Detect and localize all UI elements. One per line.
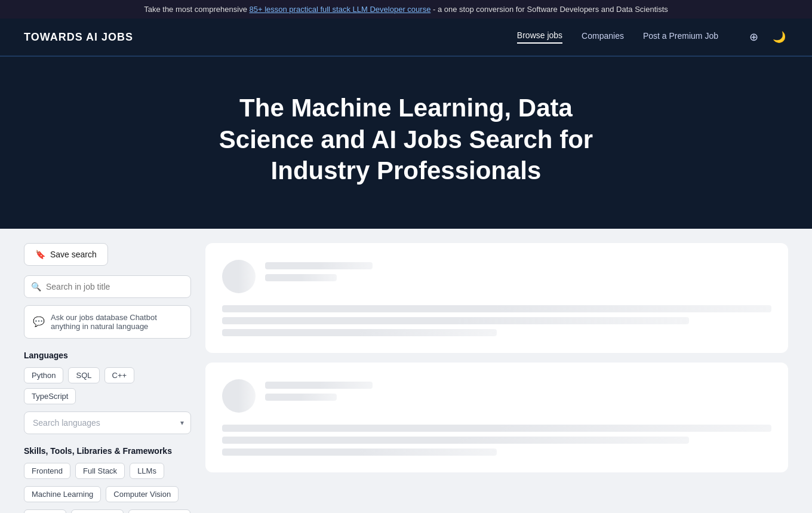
tag-tensorflow[interactable]: Tensorflow (71, 509, 124, 514)
skeleton-body-line-1b (222, 317, 689, 324)
skeleton-subtitle-2 (265, 394, 337, 401)
tag-cpp[interactable]: C++ (104, 367, 135, 383)
jobs-area (205, 243, 788, 514)
card-header-1 (222, 260, 771, 293)
hero-section: The Machine Learning, Data Science and A… (0, 57, 812, 229)
banner-text-after: - a one stop conversion for Software Dev… (430, 5, 668, 14)
chatbot-button[interactable]: 💬 Ask our jobs database Chatbot anything… (24, 305, 191, 339)
tag-fullstack[interactable]: Full Stack (75, 463, 125, 479)
tag-llms[interactable]: LLMs (130, 463, 164, 479)
tag-cv[interactable]: Computer Vision (106, 486, 179, 502)
banner-link[interactable]: 85+ lesson practical full stack LLM Deve… (250, 5, 431, 14)
darkmode-icon: 🌙 (773, 31, 786, 43)
skeleton-body-1 (222, 305, 771, 336)
save-icon: 🔖 (35, 250, 45, 259)
tag-frontend[interactable]: Frontend (24, 463, 70, 479)
chatbot-text: Ask our jobs database Chatbot anything i… (51, 313, 157, 331)
skill-tags-row1: Frontend Full Stack LLMs (24, 463, 191, 479)
skeleton-title-2 (265, 382, 373, 389)
tag-mlops[interactable]: ML Ops (24, 509, 66, 514)
skeleton-avatar-1 (222, 260, 256, 293)
tag-datascience[interactable]: Data Science (128, 509, 190, 514)
card-header-2 (222, 379, 771, 413)
skill-tags-row2: Machine Learning Computer Vision (24, 486, 191, 502)
save-search-label: Save search (50, 250, 97, 259)
header: TOWARDS AI JOBS Browse jobs Companies Po… (0, 19, 812, 57)
site-logo[interactable]: TOWARDS AI JOBS (24, 31, 133, 44)
skeleton-header-lines-2 (265, 379, 771, 401)
skeleton-body-line-2b (222, 437, 689, 444)
darkmode-button[interactable]: 🌙 (770, 28, 788, 46)
tag-typescript[interactable]: TypeScript (24, 388, 76, 404)
job-title-search-wrapper: 🔍 (24, 275, 191, 298)
job-card-skeleton-1 (205, 243, 788, 353)
skeleton-avatar-2 (222, 379, 256, 413)
main-content: 🔖 Save search 🔍 💬 Ask our jobs database … (0, 229, 812, 514)
login-button[interactable]: ⊕ (747, 28, 761, 46)
nav-browse-jobs[interactable]: Browse jobs (517, 30, 562, 44)
login-icon: ⊕ (749, 31, 758, 43)
nav-icons: ⊕ 🌙 (747, 28, 788, 46)
skeleton-subtitle-1 (265, 274, 337, 281)
nav-post-job[interactable]: Post a Premium Job (643, 31, 718, 43)
job-title-search-input[interactable] (24, 275, 191, 298)
search-languages-select[interactable]: Search languages (24, 411, 191, 434)
nav-companies[interactable]: Companies (582, 31, 624, 43)
top-banner: Take the most comprehensive 85+ lesson p… (0, 0, 812, 19)
languages-dropdown-wrapper: Search languages ▾ (24, 411, 191, 434)
skill-tags-row3: ML Ops Tensorflow Data Science (24, 509, 191, 514)
skeleton-title-1 (265, 262, 373, 269)
tag-ml[interactable]: Machine Learning (24, 486, 101, 502)
skeleton-body-line-1c (222, 329, 497, 336)
search-icon: 🔍 (31, 282, 41, 291)
job-card-skeleton-2 (205, 363, 788, 472)
tag-python[interactable]: Python (24, 367, 63, 383)
languages-label: Languages (24, 351, 191, 360)
main-nav: Browse jobs Companies Post a Premium Job… (517, 28, 788, 46)
chat-icon: 💬 (33, 316, 45, 327)
skeleton-body-line-2a (222, 425, 771, 432)
skeleton-body-2 (222, 425, 771, 456)
skills-label: Skills, Tools, Libraries & Frameworks (24, 446, 191, 456)
save-search-button[interactable]: 🔖 Save search (24, 243, 108, 266)
language-tags: Python SQL C++ TypeScript (24, 367, 191, 404)
skeleton-body-line-2c (222, 449, 497, 456)
skeleton-body-line-1a (222, 305, 771, 312)
banner-text-before: Take the most comprehensive (144, 5, 249, 14)
hero-title: The Machine Learning, Data Science and A… (197, 93, 615, 187)
skeleton-header-lines-1 (265, 260, 771, 281)
sidebar: 🔖 Save search 🔍 💬 Ask our jobs database … (24, 243, 191, 514)
tag-sql[interactable]: SQL (68, 367, 99, 383)
